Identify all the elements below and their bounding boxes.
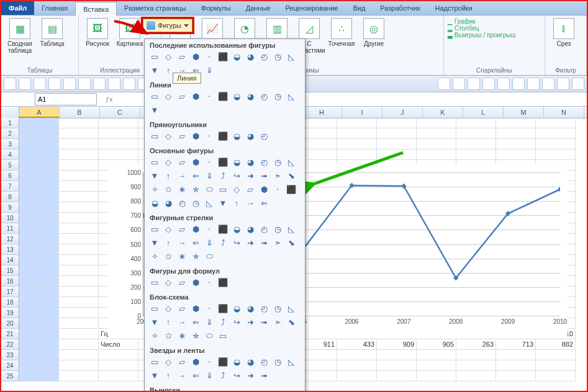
qat-button[interactable]	[63, 78, 76, 90]
cell[interactable]	[19, 213, 59, 223]
shape-option[interactable]: ⇓	[203, 64, 215, 76]
row-header[interactable]: 19	[1, 308, 19, 318]
row-header[interactable]: 2	[1, 128, 19, 139]
row-header[interactable]: 1	[1, 118, 19, 128]
cell[interactable]	[59, 308, 99, 318]
shape-option[interactable]: ⇓	[203, 236, 215, 249]
shape-option[interactable]: ⇓	[203, 169, 215, 182]
cell[interactable]	[337, 350, 377, 360]
shape-option[interactable]: ▭	[148, 130, 161, 142]
row-header[interactable]: 18	[1, 297, 19, 308]
column-header[interactable]: H	[302, 107, 342, 118]
shape-option[interactable]: ➣	[271, 316, 284, 328]
slicer-button[interactable]: ⫿Срез	[549, 18, 579, 47]
shape-option[interactable]: ⤴	[217, 369, 229, 381]
shape-option[interactable]: ◒	[230, 130, 243, 142]
shape-option[interactable]: ◕	[244, 223, 256, 235]
cell[interactable]	[99, 371, 138, 381]
cell[interactable]	[19, 265, 59, 276]
shape-option[interactable]: ➜	[244, 369, 256, 381]
shape-option[interactable]: ↑	[162, 169, 174, 182]
shape-option[interactable]: ⬊	[285, 169, 297, 182]
shape-option[interactable]: ▭	[148, 50, 161, 63]
shape-option[interactable]: ✩	[162, 250, 174, 262]
shape-option[interactable]: ⬊	[285, 236, 297, 249]
shape-option[interactable]: ⬭	[203, 250, 215, 262]
shape-option[interactable]: ▼	[148, 169, 161, 182]
shape-option[interactable]: ➟	[258, 369, 270, 381]
chart-pie-button[interactable]: ◔	[230, 18, 260, 40]
cell[interactable]	[377, 371, 417, 381]
qat-button[interactable]	[123, 78, 135, 90]
cell[interactable]	[59, 128, 99, 139]
shape-option[interactable]: ▭	[217, 183, 229, 195]
cell[interactable]	[417, 118, 456, 128]
column-header[interactable]: B	[60, 107, 100, 118]
shape-option[interactable]: ⬢	[189, 156, 202, 168]
shape-option[interactable]: ◴	[258, 50, 270, 63]
row-header[interactable]: 9	[1, 202, 19, 213]
shape-option[interactable]: ⬢	[189, 223, 202, 235]
cell[interactable]	[59, 181, 99, 192]
column-header[interactable]: M	[504, 107, 544, 118]
cell[interactable]	[417, 371, 456, 381]
row-header[interactable]: 12	[1, 234, 19, 244]
shape-option[interactable]: ⬞	[203, 302, 215, 314]
shape-option[interactable]: ➟	[258, 316, 270, 328]
cell[interactable]	[536, 128, 576, 139]
cell[interactable]	[99, 128, 138, 139]
cell[interactable]	[99, 118, 138, 128]
cell[interactable]: Число	[99, 339, 138, 350]
tab-data[interactable]: Данные	[238, 1, 278, 15]
row-header[interactable]: 13	[1, 244, 19, 255]
shape-option[interactable]: ⇓	[203, 316, 215, 328]
shape-option[interactable]: ▱	[176, 90, 188, 102]
shape-option[interactable]: ◴	[258, 223, 270, 235]
shape-option[interactable]: ▼	[148, 236, 161, 249]
shape-option[interactable]: ⬢	[189, 90, 202, 102]
shape-option[interactable]: ◴	[176, 197, 188, 209]
shape-option[interactable]: ⤴	[217, 236, 229, 249]
shape-option[interactable]: ➜	[244, 169, 256, 182]
shape-option[interactable]: ⬛	[217, 276, 229, 288]
row-header[interactable]: 3	[1, 139, 19, 149]
shape-option[interactable]: ⬛	[217, 50, 229, 63]
cell[interactable]	[19, 329, 59, 339]
cell[interactable]	[496, 350, 536, 360]
cell[interactable]	[59, 234, 99, 244]
cell[interactable]	[19, 139, 59, 149]
shape-option[interactable]: ◕	[162, 197, 174, 209]
cell[interactable]	[59, 339, 99, 350]
cell[interactable]	[337, 128, 377, 139]
row-header[interactable]: 6	[1, 171, 19, 181]
qat-button[interactable]	[557, 78, 569, 90]
shape-option[interactable]: ⇐	[189, 236, 202, 249]
tab-file[interactable]: Файл	[1, 1, 34, 15]
cell[interactable]	[99, 350, 138, 360]
shape-option[interactable]: ▱	[176, 130, 188, 142]
shape-option[interactable]: →	[176, 236, 188, 249]
shape-option[interactable]: ◒	[230, 156, 243, 168]
shape-option[interactable]: ◇	[162, 276, 174, 288]
shape-option[interactable]: ↑	[230, 197, 243, 209]
shape-option[interactable]: ▱	[176, 355, 188, 368]
shape-option[interactable]: ◷	[271, 302, 284, 314]
chart-scatter-button[interactable]: ∴Точечная	[327, 18, 356, 47]
column-header[interactable]: I	[342, 107, 382, 118]
tab-insert[interactable]: Вставка	[75, 2, 117, 16]
shape-option[interactable]: ⬢	[189, 276, 202, 288]
cell[interactable]	[456, 360, 496, 371]
shape-option[interactable]: ⬞	[271, 183, 284, 195]
column-header[interactable]: L	[463, 107, 504, 118]
shape-option[interactable]: ⬢	[189, 50, 202, 63]
shape-option[interactable]: ⇓	[203, 369, 215, 381]
shape-option[interactable]: ◷	[271, 90, 284, 102]
cell[interactable]	[59, 329, 99, 339]
cell[interactable]	[59, 192, 99, 202]
row-header[interactable]: 21	[1, 329, 19, 339]
cell[interactable]	[59, 244, 99, 255]
shape-option[interactable]: ◺	[285, 50, 297, 63]
shape-option[interactable]: ⬛	[217, 90, 229, 102]
qat-button[interactable]	[497, 78, 510, 90]
shape-option[interactable]: →	[244, 197, 256, 209]
